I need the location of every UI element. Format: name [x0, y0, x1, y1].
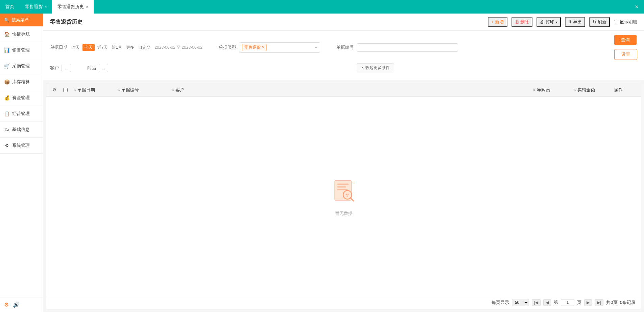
sidebar-item-purchase[interactable]: 🛒 采购管理 — [0, 58, 43, 74]
table-select-all-cell[interactable] — [60, 88, 71, 92]
sidebar-item-inventory-label: 库存核算 — [12, 79, 30, 85]
filter-row-2: 客户 ... 商品 ... ∧ 收起更多条件 — [50, 63, 637, 72]
tab-retail-return-close[interactable]: × — [45, 5, 47, 9]
svg-rect-3 — [337, 189, 348, 191]
customer-filter-label: 客户 — [50, 65, 59, 71]
speaker-bottom-icon[interactable]: 🔊 — [13, 302, 20, 308]
tab-retail-return-history-label: 零售退货历史 — [57, 4, 84, 10]
per-page-label: 每页显示 — [492, 299, 509, 306]
sidebar-item-finance[interactable]: 💰 资金管理 — [0, 90, 43, 106]
table-body: 暂无数据 — [46, 97, 641, 296]
table-area: ⚙ ⇅ 单据日期 ⇅ 单据编号 ⇅ 客户 ⇅ 导购员 — [46, 83, 641, 309]
tab-home[interactable]: 首页 — [0, 0, 20, 14]
sidebar-item-system[interactable]: ⚙ 系统管理 — [0, 138, 43, 154]
col-header-date[interactable]: ⇅ 单据日期 — [71, 87, 115, 93]
top-bar: 首页 零售退货 × 零售退货历史 × × — [0, 0, 644, 14]
last-page-button[interactable]: ▶| — [595, 299, 603, 306]
window-close-button[interactable]: × — [629, 0, 644, 14]
table-header: ⚙ ⇅ 单据日期 ⇅ 单据编号 ⇅ 客户 ⇅ 导购员 — [46, 83, 641, 97]
refresh-button-label: ↻ 刷新 — [593, 19, 606, 25]
date-btn-7days[interactable]: 近7天 — [96, 44, 109, 51]
col-header-op: 操作 — [611, 87, 638, 93]
per-page-select[interactable]: 50 100 200 — [512, 299, 529, 306]
number-filter-group: 单据编号 — [336, 43, 458, 52]
date-btn-yesterday[interactable]: 昨天 — [70, 44, 81, 51]
main-layout: 🔍 搜索菜单 🏠 快捷导航 📊 销售管理 🛒 采购管理 📦 库存核算 💰 资金管… — [0, 14, 644, 312]
prev-page-button[interactable]: ◀ — [543, 299, 551, 306]
refresh-button[interactable]: ↻ 刷新 — [589, 17, 610, 27]
sidebar-item-system-label: 系统管理 — [12, 142, 30, 149]
query-button-label: 查询 — [621, 37, 630, 42]
type-filter-group: 单据类型 零售退货 × ▾ — [219, 42, 320, 53]
date-shortcuts: 昨天 今天 近7天 近1月 更多 自定义 — [70, 44, 152, 51]
tab-retail-return-history[interactable]: 零售退货历史 × — [52, 0, 93, 14]
print-dropdown-icon: ▾ — [556, 20, 557, 24]
date-btn-today[interactable]: 今天 — [82, 44, 95, 51]
show-details-checkbox[interactable] — [614, 20, 618, 24]
sidebar-item-quicknav[interactable]: 🏠 快捷导航 — [0, 26, 43, 42]
select-all-checkbox[interactable] — [63, 88, 68, 92]
type-tag-remove[interactable]: × — [262, 45, 264, 50]
filter-area: 单据日期 昨天 今天 近7天 近1月 更多 自定义 2023-06-02 至 2… — [43, 31, 644, 80]
type-select[interactable]: 零售退货 × ▾ — [239, 42, 320, 53]
svg-rect-2 — [337, 186, 346, 188]
col-header-amount[interactable]: ⇅ 实销金额 — [571, 87, 611, 93]
number-filter-label: 单据编号 — [336, 44, 354, 50]
col-header-guide[interactable]: ⇅ 导购员 — [530, 87, 571, 93]
sidebar-item-sales[interactable]: 📊 销售管理 — [0, 42, 43, 58]
set-button[interactable]: 设置 — [614, 49, 637, 60]
tab-retail-return-history-close[interactable]: × — [86, 5, 88, 9]
delete-button[interactable]: 🗑 删除 — [511, 17, 533, 27]
sidebar-item-purchase-label: 采购管理 — [12, 63, 30, 69]
sidebar: 🔍 搜索菜单 🏠 快捷导航 📊 销售管理 🛒 采购管理 📦 库存核算 💰 资金管… — [0, 14, 43, 312]
sidebar-item-basic-info[interactable]: 🗂 基础信息 — [0, 122, 43, 138]
next-page-button[interactable]: ▶ — [584, 299, 592, 306]
type-select-arrow: ▾ — [315, 45, 317, 50]
date-btn-more[interactable]: 更多 — [125, 44, 136, 51]
empty-state-text: 暂无数据 — [335, 210, 353, 217]
show-details-label: 显示明细 — [620, 19, 637, 25]
col-number-label: 单据编号 — [121, 87, 139, 93]
collapse-button[interactable]: ∧ 收起更多条件 — [357, 63, 394, 72]
first-page-button[interactable]: |◀ — [532, 299, 541, 306]
tab-retail-return[interactable]: 零售退货 × — [20, 0, 52, 14]
sidebar-item-inventory[interactable]: 📦 库存核算 — [0, 74, 43, 90]
type-filter-label: 单据类型 — [219, 44, 236, 50]
basic-info-icon: 🗂 — [4, 127, 9, 132]
add-button[interactable]: + 新增 — [488, 17, 507, 27]
number-filter-input[interactable] — [357, 43, 458, 52]
inventory-icon: 📦 — [4, 79, 9, 85]
sort-icon-date-up: ⇅ — [73, 88, 76, 92]
show-details-checkbox-label[interactable]: 显示明细 — [614, 19, 637, 25]
sort-icon-customer: ⇅ — [171, 88, 174, 92]
table-settings-icon[interactable]: ⚙ — [49, 87, 60, 92]
finance-icon: 💰 — [4, 95, 9, 101]
print-button-label: 🖨 打印 — [540, 19, 554, 25]
customer-filter-btn[interactable]: ... — [62, 64, 71, 72]
page-number-input[interactable] — [561, 299, 574, 306]
col-op-label: 操作 — [614, 87, 623, 93]
settings-bottom-icon[interactable]: ⚙ — [4, 302, 9, 308]
col-header-number[interactable]: ⇅ 单据编号 — [115, 87, 169, 93]
goods-filter-btn[interactable]: ... — [99, 64, 108, 72]
search-icon: 🔍 — [4, 18, 9, 23]
tab-home-label: 首页 — [5, 4, 14, 10]
date-range-display: 2023-06-02 至 2023-06-02 — [154, 45, 202, 50]
purchase-icon: 🛒 — [4, 63, 9, 69]
type-tag-label: 零售退货 — [244, 45, 261, 50]
content-area: 零售退货历史 + 新增 🗑 删除 🖨 打印 ▾ ⬆ 导出 ↻ 刷新 — [43, 14, 644, 312]
col-header-customer[interactable]: ⇅ 客户 — [169, 87, 530, 93]
print-button[interactable]: 🖨 打印 ▾ — [536, 17, 561, 27]
query-button[interactable]: 查询 — [614, 35, 637, 45]
date-filter-group: 单据日期 昨天 今天 近7天 近1月 更多 自定义 — [50, 44, 152, 51]
export-button[interactable]: ⬆ 导出 — [565, 17, 586, 27]
page-label: 第 — [554, 299, 558, 306]
empty-state-icon — [329, 176, 359, 206]
date-btn-1month[interactable]: 近1月 — [111, 44, 124, 51]
sidebar-item-basic-info-label: 基础信息 — [12, 127, 30, 133]
page-suffix: 页 — [577, 299, 581, 306]
sidebar-item-operations[interactable]: 📋 经营管理 — [0, 106, 43, 122]
col-guide-label: 导购员 — [537, 87, 550, 93]
date-btn-custom[interactable]: 自定义 — [137, 44, 152, 51]
sidebar-search[interactable]: 🔍 搜索菜单 — [0, 14, 43, 26]
